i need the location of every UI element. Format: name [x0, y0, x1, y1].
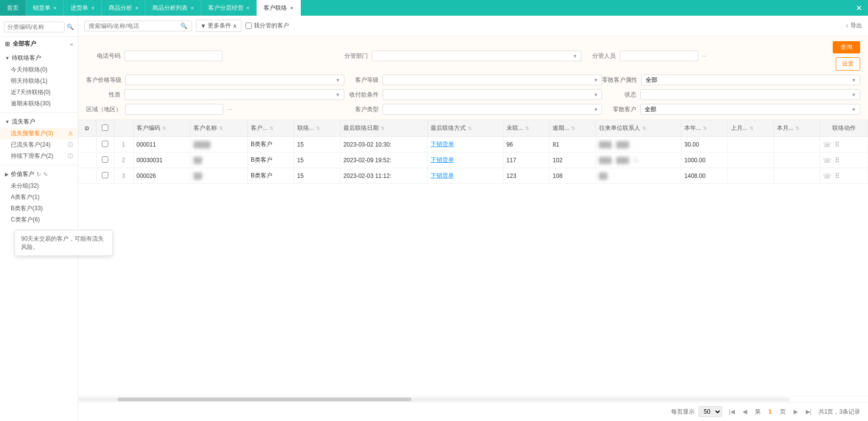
hscroll-thumb[interactable]	[118, 397, 411, 401]
tab-product-analysis-close[interactable]: ×	[135, 5, 138, 11]
sidebar-item-7days-pending[interactable]: 近7天待联络(0)	[0, 87, 78, 98]
col-code-header[interactable]: 客户编码⇅	[133, 120, 191, 137]
row-checkbox-1[interactable]	[102, 156, 108, 163]
tab-sales-order[interactable]: 销货单 ×	[26, 0, 64, 16]
sort-icon-last-month: ⇅	[749, 125, 753, 131]
sidebar-item-loss-warning[interactable]: 流失预警客户(3) ⚠	[0, 128, 78, 139]
filter-customer-level-select[interactable]	[383, 74, 603, 85]
search-input[interactable]	[89, 23, 178, 29]
col-overdue-header[interactable]: 逾期...⇅	[550, 120, 596, 137]
filter-price-level-select[interactable]	[125, 74, 344, 85]
sidebar-item-already-lost[interactable]: 已流失客户(24) ⓘ	[0, 139, 78, 150]
row-last-way-2[interactable]: 下销货单	[427, 168, 503, 184]
tab-purchase-order-close[interactable]: ×	[91, 5, 94, 11]
filter-zero-customer-select[interactable]: 全部	[640, 104, 860, 115]
last-page-btn[interactable]: ▶|	[803, 407, 815, 416]
tab-home[interactable]: 首页	[0, 0, 26, 16]
export-btn[interactable]: ↑ 导出	[845, 22, 862, 30]
next-page-btn[interactable]: ▶	[791, 407, 801, 416]
tab-product-analysis-list-close[interactable]: ×	[191, 5, 193, 11]
col-check-header[interactable]	[96, 120, 114, 137]
sidebar-item-type-b[interactable]: B类客户(33)	[0, 203, 78, 214]
col-unit-contact-header[interactable]: 往来单位联系人⇅	[596, 120, 681, 137]
filter-gender-select[interactable]	[124, 89, 344, 100]
row-check-1[interactable]	[96, 152, 114, 168]
tab-sales-order-close[interactable]: ×	[53, 5, 56, 11]
my-customers-checkbox-label[interactable]: 我分管的客户	[245, 22, 289, 30]
prev-page-btn[interactable]: ◀	[740, 407, 750, 416]
my-customers-checkbox[interactable]	[245, 23, 252, 29]
setting-button[interactable]: 设置	[836, 57, 860, 71]
action-contact-icon-0[interactable]: ☏	[823, 141, 832, 149]
col-last-way-header[interactable]: 最后联络方式⇅	[427, 120, 503, 137]
col-setting-header[interactable]: ⚙	[78, 120, 96, 137]
col-type-header[interactable]: 客户...⇅	[248, 120, 294, 137]
row-checkbox-2[interactable]	[102, 172, 108, 178]
filter-zero-attr-select[interactable]: 全部	[641, 74, 860, 85]
filter-customer-type-label: 客户类型	[344, 105, 379, 114]
sidebar-all-customers[interactable]: ⊞ 全部客户 «	[0, 37, 78, 51]
action-more-icon-0[interactable]: ⠿	[835, 141, 840, 149]
col-last-date-header[interactable]: 最后联络日期⇅	[340, 120, 427, 137]
row-last-way-1[interactable]: 下销货单	[427, 152, 503, 168]
filter-bar: 🔍 ▼ 更多条件 ∧ 我分管的客户 ↑ 导出	[78, 16, 868, 36]
sidebar-item-declining[interactable]: 持续下滑客户(2) ⓘ	[0, 150, 78, 162]
grid-icon: ⊞	[5, 41, 10, 48]
more-dots-icon-2[interactable]: ···	[227, 106, 232, 113]
row-check-2[interactable]	[96, 168, 114, 184]
tab-purchase-order[interactable]: 进货单 ×	[64, 0, 101, 16]
filter-payment-select[interactable]	[383, 89, 603, 100]
per-page-select[interactable]: 50	[699, 406, 722, 417]
tab-customer-contact[interactable]: 客户联络 ×	[257, 0, 300, 16]
col-contact-header[interactable]: 联络...⇅	[294, 120, 340, 137]
tab-product-analysis[interactable]: 商品分析 ×	[102, 0, 145, 16]
sidebar-collapse-icon[interactable]: «	[70, 41, 73, 47]
sidebar-item-overdue-pending[interactable]: 逾期未联络(30)	[0, 98, 78, 109]
action-more-icon-1[interactable]: ⠿	[835, 156, 840, 164]
row-check-0[interactable]	[96, 137, 114, 152]
col-not-contacted-header[interactable]: 未联...⇅	[503, 120, 549, 137]
row-action-0[interactable]: ☏ ⠿	[820, 137, 868, 152]
filter-customer-type-select[interactable]	[383, 104, 603, 115]
filter-dept-select[interactable]	[372, 50, 581, 61]
sidebar-group-pending-header[interactable]: ▼ 待联络客户	[0, 52, 78, 64]
row-last-way-0[interactable]: 下销货单	[427, 137, 503, 152]
col-this-month-header[interactable]: 本月...⇅	[773, 120, 820, 137]
tab-product-analysis-list[interactable]: 商品分析列表 ×	[145, 0, 201, 16]
row-checkbox-0[interactable]	[102, 141, 108, 147]
tab-customer-segment[interactable]: 客户分层经营 ×	[201, 0, 257, 16]
first-page-btn[interactable]: |◀	[726, 407, 738, 416]
more-dots-icon[interactable]: ···	[702, 52, 707, 59]
row-action-2[interactable]: ☏ ⠿	[820, 168, 868, 184]
sidebar-group-value-header[interactable]: ▶ 价值客户 ↻ ✎	[0, 168, 78, 180]
filter-phone-input[interactable]	[124, 50, 222, 61]
window-close-btn[interactable]: ✕	[856, 3, 868, 13]
action-contact-icon-1[interactable]: ☏	[823, 156, 832, 164]
sidebar-item-unclassified[interactable]: 未分组(32)	[0, 180, 78, 192]
filter-search-icon[interactable]: 🔍	[180, 23, 188, 29]
sidebar-item-type-c[interactable]: C类客户(6)	[0, 214, 78, 225]
col-name-header[interactable]: 客户名称⇅	[191, 120, 248, 137]
query-button[interactable]: 查询	[833, 41, 860, 53]
filter-status-select[interactable]	[640, 89, 860, 100]
refresh-icon[interactable]: ↻	[36, 171, 41, 178]
col-last-month-header[interactable]: 上月...⇅	[727, 120, 773, 137]
tab-customer-contact-close[interactable]: ×	[290, 5, 293, 11]
sidebar-item-today-pending[interactable]: 今天待联络(0)	[0, 64, 78, 75]
sidebar-search-icon[interactable]: 🔍	[67, 24, 74, 30]
action-more-icon-2[interactable]: ⠿	[835, 172, 840, 180]
select-all-checkbox[interactable]	[102, 124, 108, 131]
edit-icon[interactable]: ✎	[43, 171, 48, 178]
more-conditions-btn[interactable]: ▼ 更多条件 ∧	[196, 20, 241, 32]
sort-icon-not-contacted: ⇅	[525, 125, 529, 131]
tab-customer-segment-close[interactable]: ×	[246, 5, 249, 11]
sidebar-item-tomorrow-pending[interactable]: 明天待联络(1)	[0, 75, 78, 87]
filter-person-input[interactable]	[620, 50, 698, 61]
row-action-1[interactable]: ☏ ⠿	[820, 152, 868, 168]
sidebar-item-type-a[interactable]: A类客户(1)	[0, 192, 78, 203]
col-this-year-header[interactable]: 本年...⇅	[681, 120, 727, 137]
filter-region-input[interactable]	[125, 104, 223, 115]
sidebar-search-input[interactable]	[4, 22, 65, 32]
action-contact-icon-2[interactable]: ☏	[823, 172, 832, 180]
sidebar-group-lost-header[interactable]: ▼ 流失客户	[0, 116, 78, 128]
